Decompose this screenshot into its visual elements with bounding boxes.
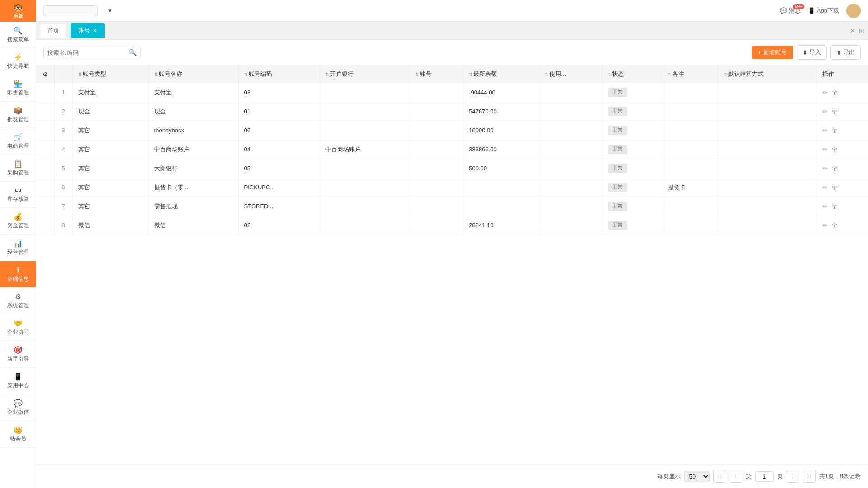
row-checkbox-4[interactable] (36, 159, 54, 178)
maximize-icon[interactable]: ⊞ (859, 27, 864, 34)
sidebar-item-basic-info[interactable]: ℹ基础信息 (0, 261, 36, 288)
sidebar-label-app-center: 应用中心 (7, 382, 29, 389)
row-type-3: 其它 (72, 140, 148, 159)
next-page-button[interactable]: ⟩ (787, 470, 799, 483)
messages-button[interactable]: 💬 消息 99+ (780, 7, 801, 15)
edit-icon-1[interactable]: ✏ (822, 108, 828, 115)
close-tab-icon[interactable]: ✕ (850, 27, 855, 34)
edit-icon-7[interactable]: ✏ (822, 222, 828, 229)
edit-icon-6[interactable]: ✏ (822, 203, 828, 210)
page-input[interactable] (755, 471, 774, 482)
edit-icon-0[interactable]: ✏ (822, 89, 828, 96)
table-row: 6 其它 提货卡（零... PICKUPC... 正常 提货卡 ✏ 🗑 (36, 178, 868, 197)
row-code-3: 04 (238, 140, 320, 159)
app-download-button[interactable]: 📱 App下载 (808, 7, 839, 15)
sidebar-item-search[interactable]: 🔍搜索菜单 (0, 22, 36, 48)
sidebar-label-wholesale: 批发管理 (7, 116, 29, 123)
col-status[interactable]: ⇅状态 (602, 66, 662, 83)
row-checkbox-6[interactable] (36, 197, 54, 216)
edit-icon-4[interactable]: ✏ (822, 165, 828, 172)
tab-account[interactable]: 账号✕ (71, 23, 105, 38)
export-button[interactable]: ⬆ 导出 (830, 45, 861, 60)
sidebar-item-retail[interactable]: 🏪零售管理 (0, 75, 36, 102)
sidebar-item-finance[interactable]: 💰资金管理 (0, 208, 36, 235)
header-right: 💬 消息 99+ 📱 App下载 (780, 4, 861, 18)
row-account-6 (410, 197, 463, 216)
add-account-button[interactable]: + 新增账号 (752, 46, 793, 59)
row-checkbox-0[interactable] (36, 83, 54, 102)
sidebar-item-operations[interactable]: 📊经营管理 (0, 235, 36, 261)
delete-icon-6[interactable]: 🗑 (831, 203, 838, 210)
first-page-button[interactable]: ⟨⟨ (713, 470, 726, 483)
tab-close-account[interactable]: ✕ (93, 28, 97, 34)
row-checkbox-1[interactable] (36, 102, 54, 121)
sidebar-item-quick-nav[interactable]: ⚡快捷导航 (0, 48, 36, 75)
row-checkbox-7[interactable] (36, 216, 54, 235)
col-settle[interactable]: ⇅默认结算方式 (718, 66, 817, 83)
edit-icon-3[interactable]: ✏ (822, 146, 828, 153)
sidebar-item-purchase[interactable]: 📋采购管理 (0, 155, 36, 182)
delete-icon-1[interactable]: 🗑 (831, 108, 838, 115)
row-account-4 (410, 159, 463, 178)
row-bank-6 (320, 197, 410, 216)
row-account-3 (410, 140, 463, 159)
per-page-select[interactable]: 50 100 200 (684, 471, 710, 482)
sidebar-item-member[interactable]: 👑畅会员 (0, 421, 36, 448)
delete-icon-5[interactable]: 🗑 (831, 184, 838, 191)
row-remark-0 (662, 83, 718, 102)
row-status-5: 正常 (602, 178, 662, 197)
sidebar-label-ecommerce: 电商管理 (7, 142, 29, 150)
search-icon: 🔍 (14, 26, 23, 35)
prev-page-button[interactable]: ⟨ (730, 470, 742, 483)
search-input[interactable] (47, 49, 129, 56)
sidebar-item-wechat[interactable]: 💬企业微信 (0, 394, 36, 421)
user-avatar[interactable] (846, 4, 861, 18)
row-balance-2: 10000.00 (463, 121, 539, 140)
edit-icon-5[interactable]: ✏ (822, 184, 828, 191)
sidebar-item-wholesale[interactable]: 📦批发管理 (0, 102, 36, 128)
delete-icon-3[interactable]: 🗑 (831, 146, 838, 153)
col-balance[interactable]: ⇅最新余额 (463, 66, 539, 83)
col-code[interactable]: ⇅账号编码 (238, 66, 320, 83)
delete-icon-7[interactable]: 🗑 (831, 222, 838, 229)
delete-icon-2[interactable]: 🗑 (831, 127, 838, 134)
sidebar-item-ecommerce[interactable]: 🛒电商管理 (0, 128, 36, 155)
row-num-5: 6 (54, 178, 72, 197)
row-usage-5 (539, 178, 602, 197)
main-content: ▾ 💬 消息 99+ 📱 App下载 首页账号✕ ✕ ⊞ (36, 0, 868, 488)
header-search-input[interactable] (43, 5, 98, 16)
col-remark[interactable]: ⇅备注 (662, 66, 718, 83)
col-account[interactable]: ⇅账号 (410, 66, 463, 83)
last-page-button[interactable]: ⟩⟩ (803, 470, 816, 483)
header-dropdown[interactable]: ▾ (108, 7, 112, 14)
sidebar-item-app-center[interactable]: 📱应用中心 (0, 368, 36, 394)
row-checkbox-5[interactable] (36, 178, 54, 197)
delete-icon-0[interactable]: 🗑 (831, 89, 838, 96)
col-settings[interactable]: ⚙ (36, 66, 54, 83)
col-usage[interactable]: ⇅使用... (539, 66, 602, 83)
logo: 🐯 乐版 (0, 0, 36, 22)
delete-icon-4[interactable]: 🗑 (831, 165, 838, 172)
sidebar-item-inventory[interactable]: 🗂库存核算 (0, 182, 36, 208)
row-settle-0 (718, 83, 817, 102)
row-checkbox-3[interactable] (36, 140, 54, 159)
row-type-0: 支付宝 (72, 83, 148, 102)
purchase-icon: 📋 (14, 160, 23, 168)
col-type[interactable]: ⇅账号类型 (72, 66, 148, 83)
row-action-4: ✏ 🗑 (817, 159, 868, 178)
sidebar-item-enterprise[interactable]: 🤝企业协同 (0, 314, 36, 341)
tab-home[interactable]: 首页 (40, 23, 67, 38)
import-button[interactable]: ⬇ 导入 (797, 45, 827, 60)
sidebar-item-system[interactable]: ⚙系统管理 (0, 288, 36, 314)
sidebar-item-guide[interactable]: 🎯新手引导 (0, 341, 36, 368)
table-row: 4 其它 中百商场账户 04 中百商场账户 383866.00 正常 ✏ 🗑 (36, 140, 868, 159)
export-label: 导出 (843, 48, 855, 56)
col-bank[interactable]: ⇅开户银行 (320, 66, 410, 83)
col-name[interactable]: ⇅账号名称 (148, 66, 238, 83)
row-checkbox-2[interactable] (36, 121, 54, 140)
sidebar-label-purchase: 采购管理 (7, 169, 29, 177)
row-bank-7 (320, 216, 410, 235)
edit-icon-2[interactable]: ✏ (822, 127, 828, 134)
total-info: 共1页，8条记录 (819, 472, 861, 480)
row-usage-0 (539, 83, 602, 102)
